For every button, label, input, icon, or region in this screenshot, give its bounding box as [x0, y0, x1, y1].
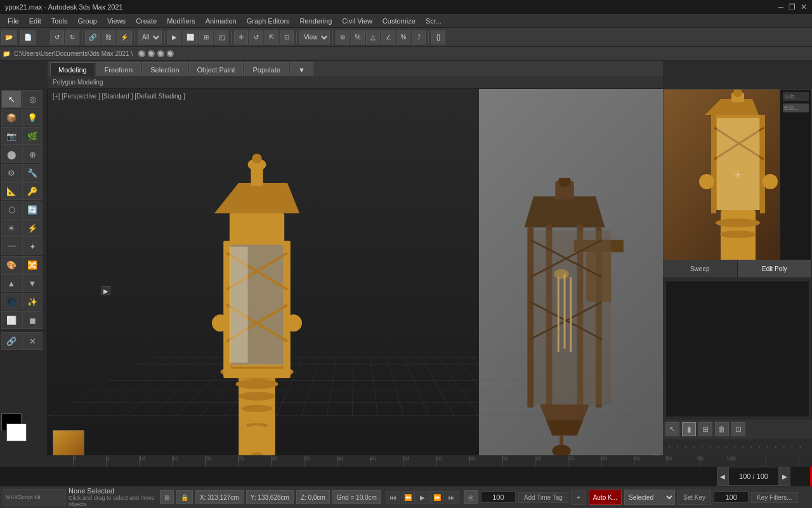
sidebar-up-icon[interactable]: ▲ — [1, 274, 22, 292]
sidebar-particle-icon[interactable]: ✨ — [22, 293, 43, 311]
maxscript-mini[interactable]: MAXScript Mi — [3, 489, 66, 505]
sidebar-light-icon[interactable]: 💡 — [22, 109, 43, 126]
move-button[interactable]: ✛ — [234, 30, 248, 44]
sidebar-paint-icon[interactable]: 🎨 — [1, 256, 22, 274]
next-frame-button[interactable]: ⏩ — [430, 491, 444, 504]
minimize-button[interactable]: ─ — [778, 3, 783, 11]
sidebar-connect-icon[interactable]: 🔗 — [1, 332, 22, 350]
path-icon-1[interactable]: 📂 — [1, 30, 16, 44]
menu-graph-editors[interactable]: Graph Editors — [242, 16, 295, 26]
status-icon-2[interactable]: 🔒 — [176, 490, 193, 504]
rotate-button[interactable]: ↺ — [249, 30, 263, 44]
sidebar-key-icon[interactable]: 🔑 — [22, 182, 43, 200]
select-region-2-button[interactable]: ◰ — [214, 30, 228, 44]
tab-populate[interactable]: Populate — [244, 62, 288, 76]
spinner-snap-button[interactable]: ⤴ — [412, 30, 426, 44]
filter-select[interactable]: All — [138, 30, 162, 44]
panel-select-icon[interactable]: ↖ — [665, 422, 679, 436]
auto-key-button[interactable]: Auto K... — [589, 490, 622, 505]
key-filters-button[interactable]: Key Filters... — [751, 492, 798, 503]
sidebar-fill-icon[interactable]: ◼ — [22, 311, 43, 329]
percent-button[interactable]: % — [351, 30, 365, 44]
extra-button[interactable]: {} — [431, 30, 445, 44]
sidebar-target-icon[interactable]: ◎ — [22, 90, 43, 108]
tab-freeform[interactable]: Freeform — [96, 62, 141, 76]
background-color[interactable] — [6, 424, 27, 441]
add-time-tag-button[interactable]: Add Time Tag — [518, 492, 568, 503]
sidebar-bolt-icon[interactable]: ⚡ — [22, 219, 43, 237]
status-icon-1[interactable]: ⊞ — [160, 490, 174, 504]
timeline-scroll-right[interactable]: ▶ — [779, 467, 790, 486]
viewport-inner[interactable]: [+] [Perspective ] [Standard ] [Default … — [48, 89, 663, 467]
undo-button[interactable]: ↺ — [50, 30, 64, 44]
redo-button[interactable]: ↻ — [65, 30, 79, 44]
panel-copy-icon[interactable]: ⊞ — [698, 422, 712, 436]
sidebar-hex-icon[interactable]: ⬡ — [1, 201, 22, 218]
select-button[interactable]: ▶ — [167, 30, 181, 44]
close-button[interactable]: ✕ — [801, 3, 807, 11]
go-end-button[interactable]: ⏭ — [445, 491, 459, 504]
add-key-button[interactable]: + — [571, 490, 586, 505]
mini-viewport-inner[interactable]: Sub... Edit... — [664, 90, 811, 260]
view-select[interactable]: View — [299, 30, 330, 44]
menu-civil-view[interactable]: Civil View — [337, 16, 377, 26]
panel-modifier-icon[interactable]: ▮ — [682, 422, 696, 436]
timeline-track[interactable] — [73, 467, 812, 486]
link-button[interactable]: 🔗 — [85, 30, 100, 44]
sidebar-rotate-icon[interactable]: 🔄 — [22, 201, 43, 218]
scale-button[interactable]: ⇱ — [265, 30, 278, 44]
sidebar-nature-icon[interactable]: 🌿 — [22, 127, 43, 145]
panel-delete-icon[interactable]: 🗑 — [715, 422, 729, 436]
sidebar-random-icon[interactable]: 🔀 — [22, 256, 43, 274]
tab-object-paint[interactable]: Object Paint — [189, 62, 244, 76]
menu-script[interactable]: Scr... — [421, 16, 447, 26]
viewport-side-arrow[interactable]: ▶ — [102, 286, 110, 295]
menu-views[interactable]: Views — [102, 16, 131, 26]
selected-dropdown[interactable]: Selected — [624, 490, 675, 505]
menu-file[interactable]: File — [3, 16, 24, 26]
sidebar-star-icon[interactable]: ✦ — [22, 237, 43, 255]
menu-rendering[interactable]: Rendering — [295, 16, 337, 26]
restore-button[interactable]: ❐ — [789, 3, 796, 11]
play-button[interactable]: ▶ — [416, 491, 429, 504]
coord-button[interactable]: ⊕ — [336, 30, 350, 44]
bind-button[interactable]: ⚡ — [117, 30, 132, 44]
menu-modifiers[interactable]: Modifiers — [162, 16, 200, 26]
unlink-button[interactable]: ⛓ — [102, 30, 115, 44]
timeline-scroll-left[interactable]: ◀ — [717, 467, 728, 486]
sidebar-helper-icon[interactable]: ⊕ — [22, 145, 43, 163]
tab-selection[interactable]: Selection — [142, 62, 187, 76]
sweep-button[interactable]: Sweep — [663, 260, 738, 277]
scale2-button[interactable]: ⊡ — [280, 30, 294, 44]
sidebar-delete-icon[interactable]: ✕ — [22, 332, 43, 350]
menu-edit[interactable]: Edit — [24, 16, 46, 26]
menu-group[interactable]: Group — [72, 16, 102, 26]
snap-button[interactable]: △ — [366, 30, 380, 44]
select-region-button[interactable]: ⬜ — [183, 30, 198, 44]
sidebar-settings-icon[interactable]: ⚙ — [1, 164, 22, 182]
menu-create[interactable]: Create — [131, 16, 162, 26]
set-key-button[interactable]: Set Key — [678, 490, 711, 505]
prev-frame-button[interactable]: ⏪ — [401, 491, 415, 504]
sidebar-select-icon[interactable]: ↖ — [1, 90, 22, 108]
sidebar-geometry-icon[interactable]: 📦 — [1, 109, 22, 126]
tab-modeling[interactable]: Modeling — [50, 62, 95, 76]
sidebar-moon-icon[interactable]: 🌑 — [1, 293, 22, 311]
edit-poly-button[interactable]: Edit Poly — [738, 260, 813, 277]
sidebar-down-icon[interactable]: ▼ — [22, 274, 43, 292]
sidebar-rect-icon[interactable]: ⬜ — [1, 311, 22, 329]
menu-animation[interactable]: Animation — [200, 16, 242, 26]
sidebar-tool-icon[interactable]: 🔧 — [22, 164, 43, 182]
playback-options-button[interactable]: ◎ — [464, 490, 478, 504]
frame-number-2[interactable]: 100 — [714, 491, 749, 503]
sidebar-wave-icon[interactable]: 〰 — [1, 237, 22, 255]
window-cross-button[interactable]: ⊞ — [199, 30, 213, 44]
sidebar-sphere-icon[interactable]: ⬤ — [1, 145, 22, 163]
go-start-button[interactable]: ⏮ — [386, 491, 400, 504]
panel-display-icon[interactable]: ⊡ — [731, 422, 745, 436]
frame-input[interactable]: 100 — [481, 491, 516, 503]
menu-customize[interactable]: Customize — [377, 16, 421, 26]
percent-snap-button[interactable]: % — [396, 30, 410, 44]
menu-tools[interactable]: Tools — [46, 16, 73, 26]
tab-more[interactable]: ▼ — [290, 62, 313, 76]
